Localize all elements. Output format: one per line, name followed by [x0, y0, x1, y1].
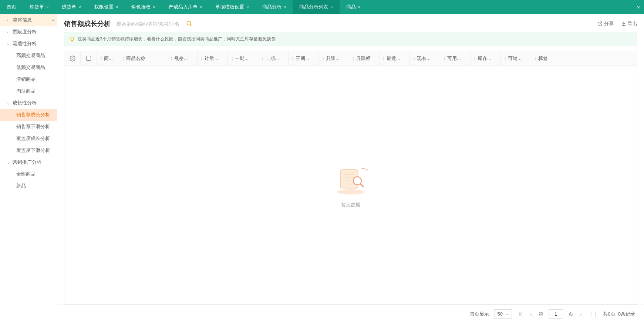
sort-icon[interactable]: ▲▼	[473, 56, 476, 61]
pagination-summary: 共0页, 0条记录	[603, 311, 635, 317]
column-header-4[interactable]: ▲▼一期...	[228, 51, 258, 66]
column-label: 商...	[104, 55, 113, 62]
tab-1[interactable]: 销货单×	[23, 0, 55, 14]
per-page-select[interactable]: 50	[494, 309, 512, 319]
sidebar-item-7[interactable]: ⌄成长性分析	[0, 97, 57, 109]
sidebar-item-label: 销售额下滑分析	[16, 123, 50, 130]
column-header-2[interactable]: ▲▼规格...	[167, 51, 198, 66]
tab-label: 产成品入库单	[169, 4, 198, 10]
close-icon[interactable]: ×	[284, 5, 286, 9]
column-settings-icon[interactable]	[64, 51, 81, 66]
sidebar-item-14[interactable]: 新品	[0, 180, 57, 192]
lightbulb-icon	[70, 37, 75, 42]
tip-text: 这类商品近3个月销售额持续增长，看看什么原因，能否找出同类商品推广，同时关注库存…	[78, 36, 276, 42]
column-label: 升降...	[326, 55, 340, 62]
sidebar-item-0[interactable]: ›整体信息	[0, 14, 57, 26]
sort-icon[interactable]: ▲▼	[504, 56, 506, 61]
tabbar-close-all-icon[interactable]: ×	[633, 0, 644, 14]
export-button[interactable]: 导出	[621, 20, 637, 27]
sidebar-item-11[interactable]: 覆盖度下滑分析	[0, 144, 57, 156]
sidebar-item-10[interactable]: 覆盖度成长分析	[0, 133, 57, 144]
tab-3[interactable]: 权限设置×	[88, 0, 125, 14]
sidebar-item-2[interactable]: ⌄流通性分析	[0, 38, 57, 50]
close-icon[interactable]: ×	[246, 5, 249, 9]
sidebar-collapse-icon[interactable]: «	[52, 17, 55, 23]
column-label: 可用...	[447, 55, 461, 62]
sort-icon[interactable]: ▲▼	[170, 56, 173, 61]
column-header-0[interactable]: ▲▼商...	[97, 51, 119, 66]
tab-8[interactable]: 商品分析列表×	[293, 0, 339, 14]
sort-icon[interactable]: ▲▼	[122, 56, 125, 61]
caret-icon: ›	[7, 18, 11, 22]
column-header-1[interactable]: ▲▼商品名称	[119, 51, 167, 66]
sidebar-item-label: 销售额成长分析	[16, 111, 50, 118]
sort-icon[interactable]: ▲▼	[261, 56, 264, 61]
sidebar-item-label: 滞销商品	[16, 76, 36, 83]
sidebar-item-8[interactable]: 销售额成长分析	[0, 109, 57, 121]
column-label: 标签	[538, 55, 548, 62]
share-button[interactable]: 分享	[597, 20, 614, 27]
close-icon[interactable]: ×	[116, 5, 118, 9]
tab-6[interactable]: 单据模板设置×	[209, 0, 255, 14]
search-input[interactable]	[117, 21, 183, 27]
sidebar-item-12[interactable]: ⌄营销推广分析	[0, 156, 57, 168]
close-icon[interactable]: ×	[200, 5, 202, 9]
column-label: 一期...	[235, 55, 249, 62]
sidebar-item-label: 低频交易商品	[16, 64, 45, 71]
tab-2[interactable]: 进货单×	[55, 0, 87, 14]
tab-4[interactable]: 角色授权×	[125, 0, 162, 14]
sidebar-item-9[interactable]: 销售额下滑分析	[0, 121, 57, 133]
column-header-14[interactable]: ▲▼标签	[531, 51, 637, 66]
column-header-12[interactable]: ▲▼库存...	[471, 51, 501, 66]
tab-0[interactable]: 首页	[0, 0, 23, 14]
tab-7[interactable]: 商品分析×	[256, 0, 293, 14]
column-header-9[interactable]: ▲▼最近...	[380, 51, 410, 66]
column-header-6[interactable]: ▲▼三期...	[289, 51, 319, 66]
sort-icon[interactable]: ▲▼	[200, 56, 203, 61]
sidebar-item-3[interactable]: 高频交易商品	[0, 50, 57, 61]
tab-label: 进货单	[62, 4, 76, 10]
close-icon[interactable]: ×	[78, 5, 81, 9]
column-header-10[interactable]: ▲▼现有...	[410, 51, 440, 66]
layout: « ›整体信息›贡献度分析⌄流通性分析高频交易商品低频交易商品滞销商品淘汰商品⌄…	[0, 14, 644, 323]
column-header-13[interactable]: ▲▼可销...	[501, 51, 531, 66]
close-icon[interactable]: ×	[46, 5, 48, 9]
column-header-11[interactable]: ▲▼可用...	[440, 51, 471, 66]
sort-icon[interactable]: ▲▼	[534, 56, 537, 61]
close-icon[interactable]: ×	[330, 5, 333, 9]
search-icon[interactable]	[186, 20, 193, 27]
close-icon[interactable]: ×	[358, 5, 360, 9]
sidebar-item-13[interactable]: 全部商品	[0, 168, 57, 180]
sort-icon[interactable]: ▲▼	[322, 56, 324, 61]
sidebar-item-4[interactable]: 低频交易商品	[0, 61, 57, 73]
select-all-checkbox[interactable]	[81, 51, 97, 66]
close-icon[interactable]: ×	[153, 5, 155, 9]
tab-9[interactable]: 商品×	[340, 0, 367, 14]
tab-label: 商品	[346, 4, 356, 10]
next-page-icon[interactable]: ›	[579, 311, 583, 317]
sidebar-item-1[interactable]: ›贡献度分析	[0, 26, 57, 38]
svg-marker-9	[366, 169, 368, 171]
search-wrap	[117, 20, 193, 27]
column-label: 计量...	[205, 55, 218, 62]
sidebar-item-6[interactable]: 淘汰商品	[0, 85, 57, 97]
sort-icon[interactable]: ▲▼	[231, 56, 233, 61]
sort-icon[interactable]: ▲▼	[352, 56, 355, 61]
caret-icon: ›	[7, 30, 11, 34]
page-input[interactable]	[549, 309, 563, 319]
tab-5[interactable]: 产成品入库单×	[162, 0, 209, 14]
column-header-3[interactable]: ▲▼计量...	[198, 51, 228, 66]
sort-icon[interactable]: ▲▼	[100, 56, 102, 61]
prev-page-icon[interactable]: ‹	[529, 311, 533, 317]
last-page-icon[interactable]: 〉|	[589, 311, 598, 317]
column-header-7[interactable]: ▲▼升降...	[319, 51, 349, 66]
sort-icon[interactable]: ▲▼	[413, 56, 415, 61]
sort-icon[interactable]: ▲▼	[443, 56, 446, 61]
sidebar-item-5[interactable]: 滞销商品	[0, 73, 57, 85]
column-header-8[interactable]: ▲▼升降幅	[349, 51, 380, 66]
sidebar-item-label: 整体信息	[13, 17, 32, 23]
sort-icon[interactable]: ▲▼	[382, 56, 385, 61]
sort-icon[interactable]: ▲▼	[291, 56, 294, 61]
column-header-5[interactable]: ▲▼二期...	[258, 51, 289, 66]
first-page-icon[interactable]: K	[517, 311, 523, 317]
